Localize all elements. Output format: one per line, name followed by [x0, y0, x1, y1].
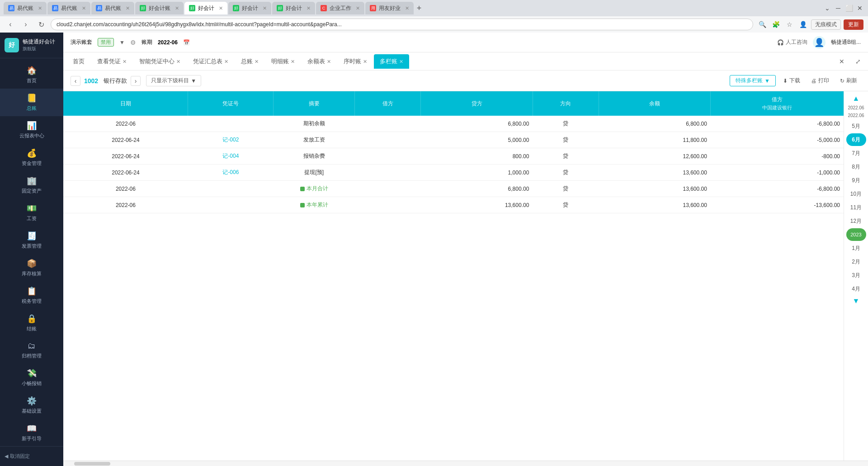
- cal-month-9[interactable]: 9月: [846, 174, 866, 187]
- cal-month-7[interactable]: 7月: [846, 147, 866, 160]
- tab-close-8[interactable]: ✕: [356, 5, 360, 11]
- browser-tab-7[interactable]: 好 好会计 ✕: [272, 2, 315, 14]
- back-button[interactable]: ‹: [5, 19, 16, 30]
- minimize-button[interactable]: ─: [834, 4, 843, 13]
- bottom-scroll[interactable]: [63, 461, 868, 466]
- scroll-thumb[interactable]: [74, 462, 110, 466]
- sidebar-item-expense[interactable]: 💸 小畅报销: [0, 364, 63, 391]
- sidebar-item-tax[interactable]: 📋 税务管理: [0, 282, 63, 309]
- tab-sequence-ledger[interactable]: 序时账 ✕: [338, 54, 373, 69]
- cal-month-2023-4[interactable]: 4月: [846, 282, 866, 295]
- browser-tab-6[interactable]: 好 好会计 ✕: [228, 2, 271, 14]
- sidebar-item-salary[interactable]: 💵 工资: [0, 199, 63, 226]
- voucher-link-3[interactable]: 记-006: [222, 169, 239, 175]
- tab-close-9[interactable]: ✕: [405, 5, 409, 11]
- download-button[interactable]: ⬇ 下载: [779, 75, 804, 86]
- expand-panel-button[interactable]: ⤢: [852, 55, 864, 68]
- sidebar-item-guide[interactable]: 📖 新手引导: [0, 419, 63, 446]
- extension-icon[interactable]: 🧩: [770, 19, 781, 30]
- special-multiledger-button[interactable]: 特殊多栏账 ▼: [730, 75, 776, 86]
- calendar-down-button[interactable]: ▼: [851, 296, 862, 306]
- dropdown-arrow-icon[interactable]: ▼: [119, 39, 125, 46]
- browser-tab-9[interactable]: 用 用友好业 ✕: [365, 2, 414, 14]
- profile-icon[interactable]: 👤: [797, 19, 808, 30]
- filter-button[interactable]: 只显示下级科目 ▼: [146, 75, 201, 86]
- close-window-button[interactable]: ✕: [855, 4, 864, 13]
- sidebar-item-inventory[interactable]: 📦 库存核算: [0, 254, 63, 282]
- cell-voucher-3[interactable]: 记-006: [188, 165, 274, 181]
- tab-balance-table-close[interactable]: ✕: [327, 59, 331, 65]
- cell-voucher-2[interactable]: 记-004: [188, 148, 274, 165]
- cal-month-11[interactable]: 11月: [846, 201, 866, 214]
- tab-detail-ledger-close[interactable]: ✕: [291, 59, 295, 65]
- tab-general-ledger[interactable]: 总账 ✕: [235, 54, 264, 69]
- collapse-panel-button[interactable]: ✕: [835, 55, 848, 68]
- browser-tab-4[interactable]: 好 好会计账 ✕: [135, 2, 184, 14]
- tab-smart-voucher[interactable]: 智能凭证中心 ✕: [133, 54, 186, 69]
- service-button[interactable]: 🎧 人工咨询: [777, 38, 807, 46]
- browser-tab-8[interactable]: C 企业工作 ✕: [316, 2, 364, 14]
- sidebar-item-settings[interactable]: ⚙️ 基础设置: [0, 391, 63, 419]
- update-button[interactable]: 更新: [844, 19, 863, 30]
- print-button[interactable]: 🖨 打印: [807, 75, 833, 86]
- tab-balance-table[interactable]: 余额表 ✕: [302, 54, 337, 69]
- tab-detail-ledger[interactable]: 明细账 ✕: [265, 54, 301, 69]
- browser-tab-5[interactable]: 好 好会计 ✕: [184, 2, 227, 14]
- cal-month-10[interactable]: 10月: [846, 188, 866, 200]
- tab-general-ledger-close[interactable]: ✕: [255, 59, 259, 65]
- sidebar-item-home[interactable]: 🏠 首页: [0, 61, 63, 89]
- reload-button[interactable]: ↻: [35, 19, 47, 30]
- browser-tab-3[interactable]: 易 易代账 ✕: [91, 2, 134, 14]
- forward-button[interactable]: ›: [20, 19, 32, 30]
- sidebar-item-fixed[interactable]: 🏢 固定资产: [0, 171, 63, 199]
- search-icon[interactable]: 🔍: [757, 19, 768, 30]
- restore-button[interactable]: ⬜: [844, 4, 854, 13]
- tab-close-7[interactable]: ✕: [307, 5, 311, 11]
- cal-month-6[interactable]: 6月: [846, 133, 866, 146]
- tab-multi-account-close[interactable]: ✕: [399, 59, 403, 65]
- tab-close-6[interactable]: ✕: [263, 5, 267, 11]
- tab-voucher-summary[interactable]: 凭证汇总表 ✕: [187, 54, 234, 69]
- cal-month-2023-3[interactable]: 3月: [846, 269, 866, 282]
- prev-account-button[interactable]: ‹: [71, 76, 80, 86]
- star-icon[interactable]: ☆: [784, 19, 795, 30]
- tab-view-voucher-close[interactable]: ✕: [123, 59, 127, 65]
- sidebar-item-report[interactable]: 📊 云报表中心: [0, 116, 63, 144]
- tab-sequence-ledger-close[interactable]: ✕: [363, 59, 367, 65]
- sidebar-item-close[interactable]: 🔒 结账: [0, 309, 63, 337]
- sidebar-item-ledger[interactable]: 📒 总账: [0, 89, 63, 116]
- cal-month-2023-2[interactable]: 2月: [846, 255, 866, 268]
- cal-month-12[interactable]: 12月: [846, 215, 866, 227]
- address-input[interactable]: [51, 19, 753, 30]
- sidebar-item-fund[interactable]: 💰 资金管理: [0, 144, 63, 171]
- unpin-button[interactable]: ◀ 取消固定: [3, 451, 61, 461]
- tab-close-3[interactable]: ✕: [126, 5, 130, 11]
- cell-voucher-1[interactable]: 记-002: [188, 132, 274, 148]
- voucher-link-1[interactable]: 记-002: [222, 137, 239, 143]
- tab-close-4[interactable]: ✕: [175, 5, 179, 11]
- tab-view-voucher[interactable]: 查看凭证 ✕: [91, 54, 132, 69]
- tab-close-5[interactable]: ✕: [219, 5, 223, 11]
- wuhen-button[interactable]: 无痕模式: [811, 19, 841, 30]
- new-tab-button[interactable]: +: [415, 4, 424, 13]
- refresh-button[interactable]: ↻ 刷新: [836, 75, 861, 86]
- tab-close-1[interactable]: ✕: [38, 5, 42, 11]
- calendar-icon[interactable]: 📅: [183, 39, 190, 46]
- settings-gear-icon[interactable]: ⚙: [130, 39, 136, 46]
- tab-multi-account[interactable]: 多栏账 ✕: [374, 54, 409, 69]
- calendar-up-button[interactable]: ▲: [851, 93, 862, 104]
- browser-tab-1[interactable]: 易 易代账 ✕: [4, 2, 47, 14]
- next-account-button[interactable]: ›: [131, 76, 141, 86]
- voucher-link-2[interactable]: 记-004: [222, 153, 239, 159]
- sidebar-item-archive[interactable]: 🗂 归档管理: [0, 337, 63, 364]
- tab-close-2[interactable]: ✕: [82, 5, 86, 11]
- cal-month-8[interactable]: 8月: [846, 160, 866, 173]
- cal-month-2023-1[interactable]: 1月: [846, 242, 866, 254]
- tab-smart-voucher-close[interactable]: ✕: [176, 59, 180, 65]
- browser-tab-2[interactable]: 易 易代账 ✕: [47, 2, 90, 14]
- tab-list-button[interactable]: ⌄: [823, 4, 832, 13]
- tab-voucher-summary-close[interactable]: ✕: [224, 59, 228, 65]
- sidebar-item-invoice[interactable]: 🧾 发票管理: [0, 226, 63, 254]
- tab-home[interactable]: 首页: [67, 54, 90, 69]
- cal-month-5[interactable]: 5月: [846, 120, 866, 132]
